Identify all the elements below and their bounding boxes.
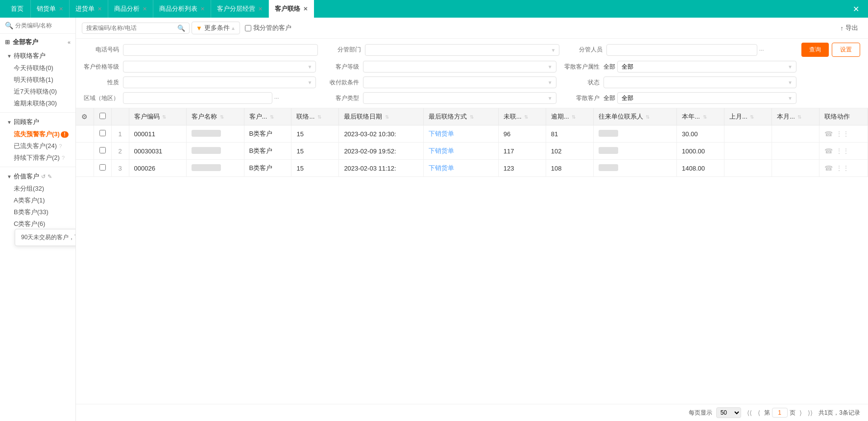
- row3-checkbox[interactable]: [99, 164, 106, 171]
- department-select[interactable]: [365, 44, 560, 56]
- td-last-month-2: [724, 143, 772, 160]
- close-tab-analysis-list[interactable]: ✕: [200, 6, 205, 12]
- th-last-method[interactable]: 最后联络方式 ⇅: [424, 108, 499, 125]
- prev-page-button[interactable]: ⟨: [756, 408, 762, 418]
- row2-checkbox[interactable]: [99, 147, 106, 153]
- th-overdue[interactable]: 逾期... ⇅: [546, 108, 593, 125]
- td-contact-2: 15: [291, 143, 339, 160]
- phone-input[interactable]: [123, 44, 318, 56]
- contact-action-icon-2[interactable]: ☎: [824, 147, 833, 155]
- close-tab-sales[interactable]: ✕: [59, 6, 63, 12]
- scatter-attr-select[interactable]: 全部: [617, 61, 796, 73]
- last-method-link-3[interactable]: 下销货单: [429, 164, 454, 172]
- name-sort-icon: ⇅: [220, 114, 224, 120]
- contact-action-icon-3[interactable]: ☎: [824, 164, 833, 172]
- sidebar-item-overdue-not-contacted[interactable]: 逾期未联络(30): [0, 98, 75, 109]
- tab-customer-segment[interactable]: 客户分层经营 ✕: [211, 0, 269, 18]
- tab-customer-contact[interactable]: 客户联络 ✕: [269, 0, 314, 18]
- my-customers-checkbox[interactable]: [245, 25, 251, 31]
- toolbar-search-button[interactable]: 🔍: [177, 25, 185, 32]
- th-code[interactable]: 客户编码 ⇅: [129, 108, 187, 125]
- pending-contact-header[interactable]: ▼ 待联络客户: [0, 50, 75, 62]
- all-customers-header[interactable]: ⊞ 全部客户 «: [0, 34, 75, 49]
- manager-more-btn[interactable]: ···: [757, 47, 766, 53]
- th-unit-contact[interactable]: 往来单位联系人 ⇅: [593, 108, 676, 125]
- export-button[interactable]: ↑ 导出: [837, 22, 863, 34]
- first-page-button[interactable]: ⟨⟨: [745, 408, 754, 418]
- last-method-sort-icon: ⇅: [470, 114, 474, 120]
- last-method-link-1[interactable]: 下销货单: [429, 130, 454, 137]
- th-checkbox: [94, 108, 111, 125]
- query-button[interactable]: 查询: [801, 43, 829, 57]
- payment-select[interactable]: [363, 76, 556, 88]
- region-input[interactable]: [123, 92, 272, 104]
- row1-checkbox[interactable]: [99, 130, 106, 136]
- th-contact[interactable]: 联络... ⇅: [291, 108, 339, 125]
- sidebar-item-churn-warning[interactable]: 流失预警客户(3) !: [0, 128, 75, 140]
- tab-home[interactable]: 首页: [4, 0, 31, 18]
- toolbar-search-input[interactable]: [86, 25, 175, 31]
- page-input[interactable]: [772, 408, 788, 418]
- select-all-checkbox[interactable]: [99, 113, 106, 119]
- more-action-icon-2[interactable]: ⋮⋮: [836, 147, 849, 155]
- nature-label: 性质: [84, 78, 123, 87]
- tab-purchase[interactable]: 进货单 ✕: [70, 0, 108, 18]
- close-tab-customer-segment[interactable]: ✕: [258, 6, 263, 12]
- price-level-label: 客户价格等级: [84, 63, 123, 71]
- more-action-icon-3[interactable]: ⋮⋮: [836, 164, 849, 172]
- sidebar-search-input[interactable]: [15, 22, 71, 29]
- th-type[interactable]: 客户... ⇅: [244, 108, 291, 125]
- td-contact-1: 15: [291, 125, 339, 143]
- tab-analysis-list[interactable]: 商品分析列表 ✕: [153, 0, 211, 18]
- status-label: 状态: [564, 78, 603, 87]
- status-select[interactable]: [603, 76, 796, 88]
- price-level-select[interactable]: [123, 61, 316, 73]
- filter-chevron: ▲: [231, 25, 236, 31]
- th-name[interactable]: 客户名称 ⇅: [187, 108, 244, 125]
- sidebar-item-a-class[interactable]: A类客户(1): [0, 195, 75, 206]
- sidebar-item-tomorrow-pending[interactable]: 明天待联络(1): [0, 74, 75, 86]
- more-action-icon-1[interactable]: ⋮⋮: [836, 130, 849, 138]
- nature-select[interactable]: [123, 76, 316, 88]
- tab-analysis[interactable]: 商品分析 ✕: [108, 0, 153, 18]
- sidebar-item-b-class[interactable]: B类客户(33): [0, 206, 75, 218]
- more-filters-button[interactable]: ▼ 更多条件 ▲: [192, 22, 240, 34]
- settings-gear-icon[interactable]: ⚙: [81, 113, 88, 121]
- customer-level-select[interactable]: [363, 61, 556, 73]
- settings-button[interactable]: 设置: [832, 43, 860, 57]
- sidebar-item-c-class[interactable]: C类客户(6): [0, 218, 75, 230]
- sidebar-item-today-pending[interactable]: 今天待联络(0): [0, 62, 75, 74]
- next-page-button[interactable]: ⟩: [797, 408, 804, 418]
- value-customers-header[interactable]: ▼ 价值客户 ↺ ✎: [0, 170, 75, 183]
- edit-icon[interactable]: ✎: [48, 173, 52, 180]
- lost-customers-header[interactable]: ▼ 回顾客户: [0, 116, 75, 128]
- th-settings[interactable]: ⚙: [76, 108, 94, 125]
- th-last-month[interactable]: 上月... ⇅: [724, 108, 772, 125]
- customer-type-select[interactable]: [363, 92, 556, 104]
- refresh-icon[interactable]: ↺: [41, 173, 46, 180]
- sidebar-item-declining[interactable]: 持续下滑客户(2) ?: [0, 152, 75, 164]
- th-not-contacted[interactable]: 未联... ⇅: [498, 108, 546, 125]
- sidebar-item-7days-pending[interactable]: 近7天待联络(0): [0, 86, 75, 98]
- th-this-year[interactable]: 本年... ⇅: [677, 108, 724, 125]
- my-customers-checkbox-label[interactable]: 我分管的客户: [242, 24, 294, 32]
- th-last-date[interactable]: 最后联络日期 ⇅: [339, 108, 424, 125]
- filter-phone: 电话号码: [84, 44, 318, 56]
- manager-input[interactable]: [606, 44, 757, 56]
- close-tab-purchase[interactable]: ✕: [97, 6, 102, 12]
- close-tab-analysis[interactable]: ✕: [143, 6, 147, 12]
- td-unit-contact-3: [593, 160, 676, 177]
- filter-scatter-attr: 零散客户属性 全部 全部 ▼: [564, 61, 796, 73]
- scatter-customer-select[interactable]: 全部: [617, 92, 796, 104]
- per-page-select[interactable]: 50 100: [716, 407, 741, 418]
- nav-close-button[interactable]: ✕: [848, 4, 864, 14]
- contact-action-icon-1[interactable]: ☎: [824, 130, 833, 138]
- region-more-btn[interactable]: ···: [272, 95, 281, 101]
- sidebar-item-already-lost[interactable]: 已流失客户(24) ?: [0, 140, 75, 152]
- close-tab-customer-contact[interactable]: ✕: [303, 6, 308, 12]
- tab-sales[interactable]: 销货单 ✕: [31, 0, 70, 18]
- th-this-month[interactable]: 本月... ⇅: [772, 108, 819, 125]
- sidebar-item-ungrouped[interactable]: 未分组(32): [0, 183, 75, 195]
- last-method-link-2[interactable]: 下销货单: [429, 147, 454, 154]
- last-page-button[interactable]: ⟩⟩: [806, 408, 815, 418]
